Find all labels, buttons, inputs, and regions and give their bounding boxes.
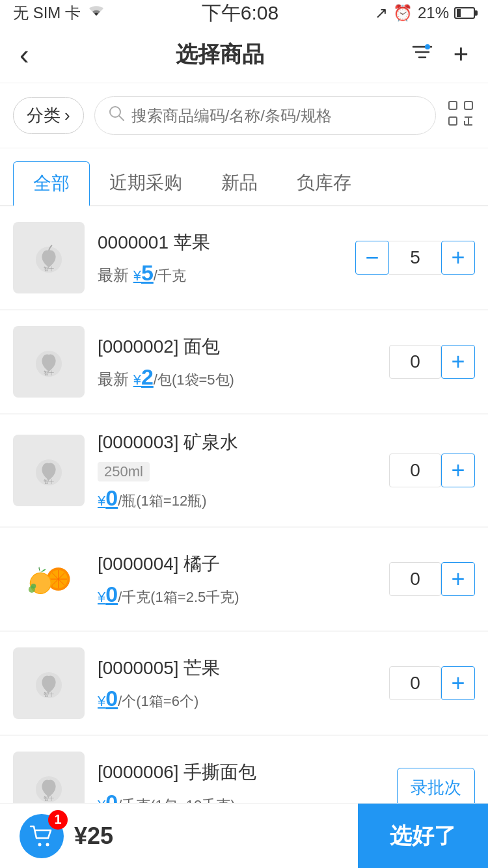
quantity-control: − + — [355, 241, 475, 275]
confirm-button[interactable]: 选好了 — [358, 804, 488, 869]
product-info: [0000002] 面包 最新 ¥2/包(1袋=5包) — [98, 334, 376, 390]
product-item: [0000004] 橘子 ¥0/千克(1箱=2.5千克) + — [0, 528, 488, 631]
search-input[interactable] — [131, 107, 422, 125]
status-time: 下午6:08 — [202, 0, 278, 27]
quantity-input[interactable] — [389, 562, 441, 596]
product-name: [0000003] 矿泉水 — [98, 430, 376, 455]
filter-bar: 分类 › — [0, 83, 488, 148]
svg-text:智十: 智十 — [44, 796, 54, 802]
product-thumbnail: 智十 — [13, 435, 85, 506]
quantity-control: + — [389, 454, 475, 487]
status-bar: 无 SIM 卡 下午6:08 ↗ ⏰ 21% — [0, 0, 488, 26]
filter-icon[interactable] — [411, 40, 434, 69]
quantity-input[interactable] — [389, 454, 441, 487]
quantity-input[interactable] — [389, 666, 441, 700]
svg-rect-6 — [449, 102, 457, 109]
svg-point-36 — [38, 843, 42, 846]
increment-button[interactable]: + — [441, 454, 475, 487]
bottom-bar: 1 ¥25 选好了 — [0, 803, 488, 868]
tab-negative-stock[interactable]: 负库存 — [277, 161, 371, 205]
svg-text:智十: 智十 — [44, 479, 54, 485]
product-item: 智十 [0000005] 芒果 ¥0/个(1箱=6个) + — [0, 632, 488, 735]
quantity-input[interactable] — [389, 241, 441, 275]
svg-rect-7 — [465, 102, 472, 109]
product-item: 智十 [0000003] 矿泉水 250ml ¥0/瓶(1箱=12瓶) + — [0, 414, 488, 526]
quantity-control: + — [389, 562, 475, 596]
product-thumbnail: 智十 — [13, 326, 85, 398]
svg-point-29 — [31, 584, 36, 589]
batch-button[interactable]: 录批次 — [397, 768, 475, 807]
decrement-button[interactable]: − — [355, 241, 389, 275]
product-price: ¥0/瓶(1箱=12瓶) — [98, 485, 376, 511]
svg-text:智十: 智十 — [44, 266, 54, 272]
product-info: [0000003] 矿泉水 250ml ¥0/瓶(1箱=12瓶) — [98, 430, 376, 511]
product-item: 智十 0000001 苹果 最新 ¥5/千克 − + — [0, 206, 488, 309]
tab-all[interactable]: 全部 — [13, 161, 90, 206]
status-right: ↗ ⏰ 21% — [375, 4, 475, 22]
scan-icon[interactable] — [446, 99, 475, 132]
increment-button[interactable]: + — [441, 562, 475, 596]
location-icon: ↗ — [375, 4, 388, 22]
batch-control: 录批次 — [397, 768, 475, 807]
product-item: 智十 [0000002] 面包 最新 ¥2/包(1袋=5包) + — [0, 310, 488, 413]
product-name: [0000005] 芒果 — [98, 656, 376, 681]
product-thumbnail — [13, 543, 85, 615]
cart-total: ¥25 — [74, 822, 113, 850]
nav-right: + — [411, 40, 468, 69]
product-name: 0000001 苹果 — [98, 230, 342, 255]
status-left: 无 SIM 卡 — [13, 3, 105, 23]
increment-button[interactable]: + — [441, 345, 475, 379]
product-info: [0000004] 橘子 ¥0/千克(1箱=2.5千克) — [98, 552, 376, 607]
product-name: [0000004] 橘子 — [98, 552, 376, 576]
search-box — [94, 96, 436, 135]
cart-area: 1 ¥25 — [0, 814, 358, 858]
increment-button[interactable]: + — [441, 241, 475, 275]
quantity-control: + — [389, 345, 475, 379]
product-info: [0000005] 芒果 ¥0/个(1箱=6个) — [98, 656, 376, 711]
category-button[interactable]: 分类 › — [13, 97, 84, 134]
battery-icon — [454, 7, 475, 19]
add-button[interactable]: + — [454, 40, 468, 69]
cart-badge: 1 — [48, 810, 68, 830]
increment-button[interactable]: + — [441, 666, 475, 700]
product-price: ¥0/个(1箱=6个) — [98, 686, 376, 711]
product-price: 最新 ¥2/包(1袋=5包) — [98, 364, 376, 390]
product-thumbnail: 智十 — [13, 647, 85, 719]
quantity-input[interactable] — [389, 345, 441, 379]
product-name: [0000002] 面包 — [98, 334, 376, 359]
svg-rect-8 — [449, 117, 457, 125]
nav-left: ‹ — [20, 38, 29, 71]
battery-percent: 21% — [418, 4, 449, 22]
category-label: 分类 — [27, 104, 61, 127]
product-thumbnail: 智十 — [13, 222, 85, 293]
cart-button[interactable]: 1 — [20, 814, 64, 858]
svg-point-3 — [425, 44, 430, 49]
alarm-icon: ⏰ — [393, 4, 413, 22]
svg-text:智十: 智十 — [44, 370, 54, 376]
product-list: 智十 0000001 苹果 最新 ¥5/千克 − + 智十 — [0, 206, 488, 868]
chevron-right-icon: › — [64, 105, 70, 126]
product-spec: 250ml — [98, 462, 150, 481]
nav-bar: ‹ 选择商品 + — [0, 26, 488, 83]
wifi-icon — [87, 4, 105, 22]
quantity-control: + — [389, 666, 475, 700]
product-price: ¥0/千克(1箱=2.5千克) — [98, 582, 376, 607]
svg-point-37 — [46, 843, 49, 846]
search-icon — [108, 105, 125, 126]
product-info: 0000001 苹果 最新 ¥5/千克 — [98, 230, 342, 286]
product-name: [0000006] 手撕面包 — [98, 760, 384, 785]
tab-recent[interactable]: 近期采购 — [90, 161, 202, 205]
svg-text:智十: 智十 — [44, 692, 54, 698]
page-title: 选择商品 — [176, 40, 264, 70]
svg-line-5 — [119, 116, 124, 120]
back-button[interactable]: ‹ — [20, 38, 29, 71]
tab-bar: 全部 近期采购 新品 负库存 — [0, 148, 488, 206]
tab-new[interactable]: 新品 — [202, 161, 277, 205]
product-price: 最新 ¥5/千克 — [98, 260, 342, 286]
sim-status: 无 SIM 卡 — [13, 3, 81, 23]
